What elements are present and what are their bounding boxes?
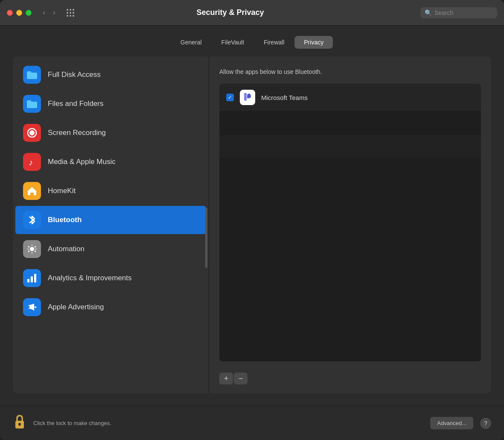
automation-icon [23,240,41,258]
gear-svg [26,243,38,255]
lock-icon[interactable] [13,414,26,432]
tab-general[interactable]: General [171,36,211,49]
window-title: Security & Privacy [45,8,415,17]
homekit-icon [23,182,41,200]
analytics-icon [23,269,41,287]
apps-list: ✓ Microsoft Tea [219,84,481,361]
svg-rect-12 [244,97,247,100]
screen-recording-icon [23,124,41,142]
titlebar: ‹ › Security & Privacy 🔍 [0,0,504,26]
music-svg: ♪ [27,157,37,167]
svg-point-10 [248,94,250,96]
panel-description: Allow the apps below to use Bluetooth. [219,68,481,75]
sidebar-item-full-disk[interactable]: Full Disk Access [15,61,206,89]
svg-rect-5 [34,274,36,282]
bottom-bar: Click the lock to make changes. Advanced… [0,406,504,440]
sidebar-item-homekit[interactable]: HomeKit [15,177,206,205]
advertising-icon [23,298,41,316]
scrollbar-thumb [205,208,207,268]
svg-rect-4 [31,276,33,282]
sidebar-label-files-folders: Files and Folders [48,100,103,108]
empty-row-2 [219,135,481,158]
sidebar-label-analytics: Analytics & Improvements [48,274,132,282]
folder-svg [26,70,38,80]
sidebar-item-media-music[interactable]: ♪ Media & Apple Music [15,148,206,176]
table-row[interactable]: ✓ Microsoft Tea [219,84,481,111]
scrollbar-track[interactable] [205,56,208,393]
teams-checkbox[interactable]: ✓ [226,94,234,101]
full-disk-icon [23,66,41,84]
add-remove-buttons: + − [219,373,481,384]
maximize-button[interactable] [26,10,32,16]
content-panel: Full Disk Access Files and Folders [13,56,491,393]
search-box[interactable]: 🔍 [420,7,497,18]
sidebar-label-bluetooth: Bluetooth [48,216,82,224]
teams-icon [240,90,255,105]
megaphone-svg [26,302,38,312]
svg-text:♪: ♪ [29,158,33,167]
media-music-icon: ♪ [23,153,41,171]
tab-filevault[interactable]: FileVault [212,36,253,49]
tab-privacy[interactable]: Privacy [294,36,333,49]
sidebar: Full Disk Access Files and Folders [13,56,209,393]
svg-rect-7 [28,306,29,308]
minimize-button[interactable] [16,10,22,16]
record-svg [26,127,38,139]
search-input[interactable] [434,9,490,16]
files-folders-icon [23,95,41,113]
sidebar-label-advertising: Apple Advertising [48,303,104,311]
svg-point-1 [29,130,35,135]
add-app-button[interactable]: + [219,373,233,384]
empty-space [219,158,481,361]
lock-text: Click the lock to make changes. [33,420,423,426]
empty-row-1 [219,111,481,135]
help-button[interactable]: ? [480,418,491,429]
svg-point-8 [35,306,36,308]
traffic-lights [7,10,32,16]
svg-rect-3 [27,279,29,282]
chart-svg [26,273,38,283]
app-name-teams: Microsoft Teams [261,94,308,101]
sidebar-label-screen-recording: Screen Recording [48,129,106,137]
sidebar-label-full-disk: Full Disk Access [48,70,101,79]
tabs-container: General FileVault Firewall Privacy [0,26,504,56]
sidebar-item-screen-recording[interactable]: Screen Recording [15,119,206,147]
sidebar-item-bluetooth[interactable]: Bluetooth [15,206,206,234]
teams-logo-svg [241,91,254,104]
sidebar-item-advertising[interactable]: Apple Advertising [15,293,206,321]
advanced-button[interactable]: Advanced... [430,417,473,429]
main-content: Full Disk Access Files and Folders [0,56,504,406]
svg-point-11 [244,93,247,96]
bluetooth-svg [27,214,37,226]
sidebar-label-automation: Automation [48,245,84,253]
sidebar-item-analytics[interactable]: Analytics & Improvements [15,264,206,292]
right-panel: Allow the apps below to use Bluetooth. ✓ [209,56,491,393]
sidebar-label-homekit: HomeKit [48,187,76,195]
svg-rect-15 [19,424,20,426]
close-button[interactable] [7,10,13,16]
sidebar-item-automation[interactable]: Automation [15,235,206,263]
sidebar-label-media-music: Media & Apple Music [48,158,116,166]
folder-files-svg [26,99,38,109]
lock-svg [13,414,26,429]
sidebar-item-files-folders[interactable]: Files and Folders [15,90,206,118]
main-window: ‹ › Security & Privacy 🔍 General FileVau… [0,0,504,440]
search-icon: 🔍 [425,9,432,16]
tab-firewall[interactable]: Firewall [254,36,294,49]
bluetooth-icon [23,211,41,229]
remove-app-button[interactable]: − [234,373,248,384]
home-svg [26,185,38,197]
